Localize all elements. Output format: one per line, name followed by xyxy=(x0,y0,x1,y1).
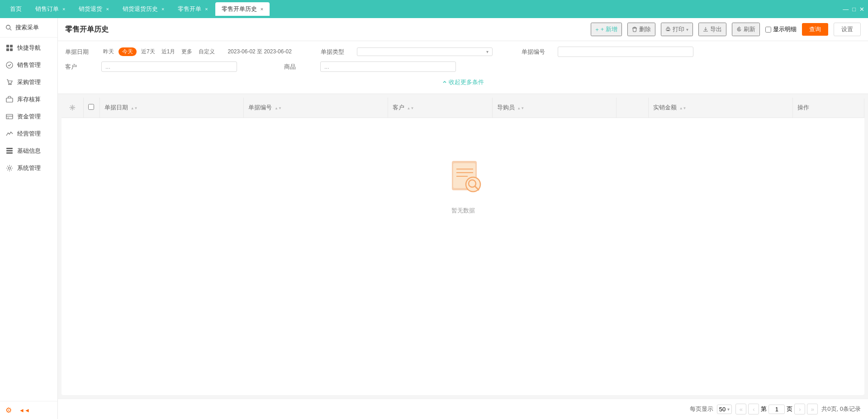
th-no-label: 单据编号 xyxy=(248,104,272,111)
svg-point-6 xyxy=(6,62,13,68)
finance-icon xyxy=(5,113,14,121)
svg-rect-2 xyxy=(6,45,9,47)
display-detail-checkbox[interactable]: 显示明细 xyxy=(765,25,797,33)
sidebar-collapse-icon[interactable]: ◄◄ xyxy=(19,407,30,414)
current-page-input[interactable] xyxy=(768,405,785,414)
goods-select[interactable]: ... xyxy=(320,61,456,72)
add-button[interactable]: + + 新增 xyxy=(591,23,622,36)
date-btn-more[interactable]: 更多 xyxy=(180,47,194,56)
operations-label: 经营管理 xyxy=(17,130,41,138)
tab-retail-open-history-close[interactable]: × xyxy=(261,6,263,12)
tab-sales-order[interactable]: 销售订单 × xyxy=(29,2,71,16)
table-settings-th xyxy=(62,98,84,118)
goods-dots: ... xyxy=(324,63,329,70)
th-date-sort[interactable]: ▲▼ xyxy=(131,106,138,110)
table-header-row: 单据日期 ▲▼ 单据编号 ▲▼ 客户 ▲▼ 导购员 xyxy=(62,98,864,118)
sidebar-item-sales[interactable]: 销售管理 xyxy=(0,56,57,74)
pagination: 每页显示 50 ▾ « ‹ 第 页 › » 共0页, 0条记录 xyxy=(58,399,868,419)
sidebar-item-finance[interactable]: 资金管理 xyxy=(0,108,57,125)
empty-text: 暂无数据 xyxy=(451,207,475,215)
collapse-label: 收起更多条件 xyxy=(449,78,484,86)
tab-home[interactable]: 首页 xyxy=(4,2,28,16)
print-button[interactable]: 打印 ▾ xyxy=(661,23,693,36)
finance-label: 资金管理 xyxy=(17,113,41,121)
export-icon xyxy=(703,27,708,32)
tab-retail-open-close[interactable]: × xyxy=(205,6,208,12)
th-no-sort[interactable]: ▲▼ xyxy=(275,106,282,110)
svg-point-12 xyxy=(8,118,9,118)
inventory-icon xyxy=(5,95,14,104)
sidebar-item-operations[interactable]: 经营管理 xyxy=(0,125,57,142)
print-icon xyxy=(665,27,671,32)
sidebar-item-quick-nav[interactable]: 快捷导航 xyxy=(0,39,57,56)
page-word: 第 xyxy=(761,405,767,413)
tab-retail-open[interactable]: 零售开单 × xyxy=(171,2,214,16)
doc-no-input[interactable] xyxy=(558,47,693,57)
th-amount-sort[interactable]: ▲▼ xyxy=(679,106,687,110)
tab-retail-open-label: 零售开单 xyxy=(178,5,201,13)
svg-line-1 xyxy=(10,29,12,31)
date-btn-today[interactable]: 今天 xyxy=(119,47,137,56)
th-customer-sort[interactable]: ▲▼ xyxy=(407,106,414,110)
th-customer-label: 客户 xyxy=(393,104,404,111)
sidebar-item-basic[interactable]: 基础信息 xyxy=(0,142,57,160)
page-actions: + + 新增 删除 打印 ▾ 导出 刷新 xyxy=(591,23,861,36)
tab-sales-order-close[interactable]: × xyxy=(62,6,65,12)
last-page-btn[interactable]: » xyxy=(807,404,818,414)
date-btn-custom[interactable]: 自定义 xyxy=(197,47,217,56)
date-range-text: 2023-06-02 至 2023-06-02 xyxy=(228,48,291,56)
page-title: 零售开单历史 xyxy=(65,25,109,34)
date-btn-1month[interactable]: 近1月 xyxy=(160,47,177,56)
next-page-btn[interactable]: › xyxy=(794,404,805,414)
tab-sales-return-history-close[interactable]: × xyxy=(161,6,164,12)
export-button[interactable]: 导出 xyxy=(698,23,726,36)
th-date-label: 单据日期 xyxy=(104,104,128,111)
select-all-checkbox[interactable] xyxy=(88,104,94,110)
empty-state: 暂无数据 xyxy=(62,118,864,251)
system-label: 系统管理 xyxy=(17,164,41,172)
sidebar-search[interactable]: 搜索采单 xyxy=(0,20,57,35)
display-detail-input[interactable] xyxy=(765,27,771,33)
sidebar-item-inventory[interactable]: 库存核算 xyxy=(0,91,57,108)
svg-rect-13 xyxy=(6,148,13,149)
th-amount-label: 实销金额 xyxy=(653,104,677,111)
doc-type-select[interactable]: ▾ xyxy=(357,47,493,56)
date-btn-7days[interactable]: 近7天 xyxy=(139,47,157,56)
page-nav: « ‹ 第 页 › » xyxy=(735,404,818,414)
per-page-select[interactable]: 50 ▾ xyxy=(717,405,732,414)
filter-row-2: 客户 ... 商品 ... xyxy=(65,61,861,72)
page-label: 页 xyxy=(787,405,792,413)
print-dropdown-icon: ▾ xyxy=(686,27,688,32)
query-button[interactable]: 查询 xyxy=(802,23,828,36)
th-guide-sort[interactable]: ▲▼ xyxy=(517,106,524,110)
maximize-button[interactable]: □ xyxy=(852,6,856,13)
top-nav-bar: 首页 销售订单 × 销货退货 × 销货退货历史 × 零售开单 × 零售开单历史 … xyxy=(0,0,868,18)
close-button[interactable]: ✕ xyxy=(859,6,864,13)
first-page-btn[interactable]: « xyxy=(735,404,746,414)
collapse-row: 收起更多条件 xyxy=(65,76,861,88)
tab-sales-return-close[interactable]: × xyxy=(106,6,109,12)
tab-retail-open-history[interactable]: 零售开单历史 × xyxy=(215,2,270,16)
tab-sales-return-history[interactable]: 销货退货历史 × xyxy=(116,2,171,16)
prev-page-btn[interactable]: ‹ xyxy=(748,404,759,414)
customer-dots: ... xyxy=(105,63,110,70)
tab-sales-return[interactable]: 销货退货 × xyxy=(72,2,115,16)
date-btn-yesterday[interactable]: 昨天 xyxy=(101,47,116,56)
main-layout: 搜索采单 快捷导航 销售管理 采购管理 库存核算 xyxy=(0,18,868,419)
sidebar-item-purchase[interactable]: 采购管理 xyxy=(0,74,57,91)
refresh-button[interactable]: 刷新 xyxy=(732,23,760,36)
th-spacer xyxy=(617,98,649,118)
collapse-button[interactable]: 收起更多条件 xyxy=(442,76,484,88)
th-guide: 导购员 ▲▼ xyxy=(492,98,617,118)
date-filter-btns: 昨天 今天 近7天 近1月 更多 自定义 xyxy=(101,47,217,56)
table-container: 单据日期 ▲▼ 单据编号 ▲▼ 客户 ▲▼ 导购员 xyxy=(62,98,864,395)
tab-home-label: 首页 xyxy=(10,5,22,13)
table-settings-btn[interactable] xyxy=(66,101,79,114)
customer-select[interactable]: ... xyxy=(101,61,237,72)
sidebar-item-system[interactable]: 系统管理 xyxy=(0,160,57,177)
search-label: 搜索采单 xyxy=(15,24,39,32)
minimize-button[interactable]: — xyxy=(843,6,849,13)
settings-button[interactable]: 设置 xyxy=(834,23,861,36)
sidebar-settings-icon[interactable]: ⚙ xyxy=(5,406,12,414)
delete-button[interactable]: 删除 xyxy=(627,23,655,36)
